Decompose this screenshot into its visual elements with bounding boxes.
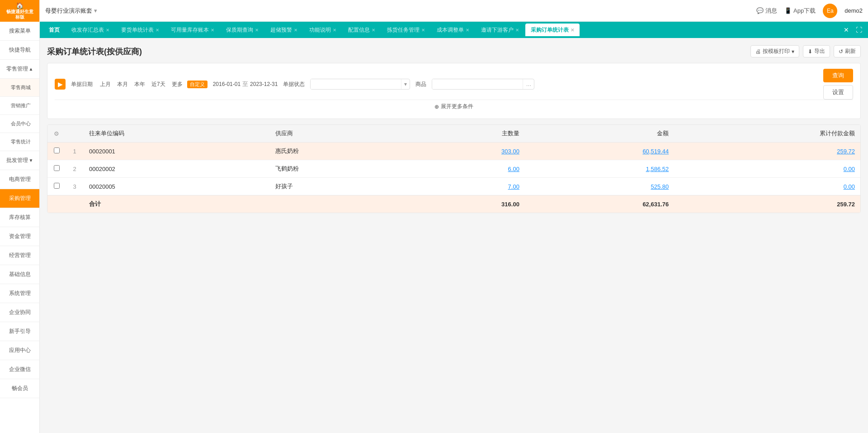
user-avatar[interactable]: Ea (823, 4, 837, 18)
page-header: 采购订单统计表(按供应商) 🖨 按模板打印 ▾ ⬇ 导出 ↺ 刷新 (47, 45, 861, 57)
nav-tab-function-desc[interactable]: 功能说明 ✕ (304, 24, 342, 36)
close-picking-task-icon[interactable]: ✕ (421, 28, 425, 33)
row-checkbox[interactable] (47, 160, 66, 178)
date-this-month-btn[interactable]: 本月 (115, 80, 130, 89)
refresh-btn[interactable]: ↺ 刷新 (834, 45, 861, 57)
goods-input[interactable] (432, 79, 523, 89)
close-purchase-order-stats-icon[interactable]: ✕ (571, 28, 574, 33)
date-custom-badge[interactable]: 自定义 (187, 81, 208, 88)
sidebar-item-vip[interactable]: 畅会员 (0, 379, 39, 398)
nav-tab-home[interactable]: 首页 (43, 24, 65, 36)
row-select-checkbox[interactable] (54, 183, 60, 189)
col-main-qty: 主数量 (408, 125, 524, 143)
nav-expand-icon[interactable]: ⛶ (854, 24, 864, 35)
sidebar-item-apps[interactable]: 应用中心 (0, 341, 39, 360)
sidebar-item-wholesale[interactable]: 批发管理 ▼ (0, 151, 39, 170)
message-btn[interactable]: 💬 消息 (756, 7, 777, 15)
row-paid-amount[interactable]: 259.72 (674, 143, 860, 160)
export-btn[interactable]: ⬇ 导出 (803, 45, 830, 57)
logo-text: 🏠 畅捷通好生意 标版 (6, 2, 33, 20)
nav-tabs: 首页 收发存汇总表 ✕ 要货单统计表 ✕ 可用量库存账本 ✕ 保质期查询 ✕ 超… (40, 22, 868, 38)
sidebar-item-members[interactable]: 会员中心 (0, 115, 39, 133)
sidebar-item-operations[interactable]: 经营管理 (0, 246, 39, 265)
sidebar-item-retail-shop[interactable]: 零售商城 (0, 79, 39, 97)
status-dropdown-icon[interactable]: ▾ (401, 79, 410, 89)
nav-tab-config-info[interactable]: 配置信息 ✕ (343, 24, 381, 36)
sidebar-item-ecommerce[interactable]: 电商管理 (0, 170, 39, 189)
row-main-qty[interactable]: 6.00 (408, 160, 524, 178)
close-config-info-icon[interactable]: ✕ (372, 28, 375, 33)
row-select-checkbox[interactable] (54, 165, 60, 171)
sidebar-item-wechat[interactable]: 企业微信 (0, 360, 39, 379)
sidebar-item-enterprise[interactable]: 企业协同 (0, 303, 39, 322)
row-paid-amount[interactable]: 0.00 (674, 160, 860, 178)
close-purchase-stats-icon[interactable]: ✕ (156, 28, 159, 33)
status-input[interactable] (311, 79, 401, 89)
close-available-inventory-icon[interactable]: ✕ (211, 28, 214, 33)
filter-panel: ▶ 单据日期 上月 本月 本年 近7天 更多 自定义 2016-01-01 至 … (47, 63, 861, 119)
date-this-year-btn[interactable]: 本年 (132, 80, 147, 89)
sidebar-item-newbie[interactable]: 新手引导 (0, 322, 39, 341)
close-overstock-warning-icon[interactable]: ✕ (294, 28, 297, 33)
nav-tab-purchase-stats[interactable]: 要货单统计表 ✕ (116, 24, 165, 36)
row-paid-amount[interactable]: 0.00 (674, 178, 860, 195)
nav-tab-overstock-warning[interactable]: 超储预警 ✕ (265, 24, 303, 36)
nav-tab-collection-payment[interactable]: 收发存汇总表 ✕ (66, 24, 115, 36)
settings-btn[interactable]: 设置 (823, 85, 853, 100)
close-expiry-query-icon[interactable]: ✕ (255, 28, 259, 33)
print-btn[interactable]: 🖨 按模板打印 ▾ (750, 45, 799, 57)
page-title: 采购订单统计表(按供应商) (47, 46, 142, 57)
nav-tab-picking-task[interactable]: 拣货任务管理 ✕ (382, 24, 430, 36)
date-last-month-btn[interactable]: 上月 (98, 80, 113, 89)
filter-toggle-btn[interactable]: ▶ (55, 79, 66, 90)
close-invite-customer-icon[interactable]: ✕ (515, 28, 519, 33)
date-start-text: 2016-01-01 (213, 81, 241, 87)
close-cost-adjust-icon[interactable]: ✕ (466, 28, 469, 33)
col-settings-icon[interactable]: ⚙ (54, 130, 59, 137)
row-checkbox[interactable] (47, 178, 66, 195)
sidebar-item-basic[interactable]: 基础信息 (0, 265, 39, 284)
nav-close-icon[interactable]: ✕ (841, 24, 852, 35)
close-function-desc-icon[interactable]: ✕ (333, 28, 336, 33)
row-checkbox[interactable] (47, 143, 66, 160)
avatar-initials: Ea (827, 8, 834, 14)
sidebar-item-retail[interactable]: 零售管理 ▲ (0, 60, 39, 79)
row-amount[interactable]: 525.80 (525, 178, 674, 195)
col-amount: 金额 (525, 125, 674, 143)
row-supplier-name: 好孩子 (270, 178, 409, 195)
row-num: 1 (66, 143, 84, 160)
workspace-selector[interactable]: 母婴行业演示账套 ▾ (45, 7, 118, 15)
sidebar-item-shortcut[interactable]: 快捷导航 (0, 41, 39, 60)
sidebar-item-inventory[interactable]: 库存核算 (0, 208, 39, 227)
row-main-qty[interactable]: 303.00 (408, 143, 524, 160)
sidebar-item-marketing[interactable]: 营销推广 (0, 97, 39, 115)
sidebar-item-search[interactable]: 搜索菜单 (0, 22, 39, 41)
nav-tab-expiry-query[interactable]: 保质期查询 ✕ (221, 24, 264, 36)
nav-tab-available-inventory[interactable]: 可用量库存账本 ✕ (165, 24, 220, 36)
row-amount[interactable]: 60,519.44 (525, 143, 674, 160)
close-collection-payment-icon[interactable]: ✕ (106, 28, 109, 33)
row-main-qty[interactable]: 7.00 (408, 178, 524, 195)
row-select-checkbox[interactable] (54, 148, 60, 153)
expand-icon: ⊕ (434, 104, 439, 110)
app-download-btn[interactable]: 📱 App下载 (784, 7, 816, 15)
col-supplier-code: 往来单位编码 (84, 125, 270, 143)
date-label: 单据日期 (71, 81, 93, 88)
search-btn[interactable]: 查询 (823, 69, 853, 82)
sidebar-item-purchase[interactable]: 采购管理 (0, 189, 39, 208)
date-7days-btn[interactable]: 近7天 (150, 80, 167, 89)
sidebar-item-finance[interactable]: 资金管理 (0, 227, 39, 246)
nav-tab-invite-customer[interactable]: 邀请下游客户 ✕ (476, 24, 524, 36)
sidebar-item-retail-stats[interactable]: 零售统计 (0, 133, 39, 151)
row-num: 2 (66, 160, 84, 178)
date-more-btn[interactable]: 更多 (170, 80, 184, 89)
message-icon: 💬 (756, 7, 764, 14)
expand-more-btn[interactable]: ⊕ 展开更多条件 (55, 100, 853, 113)
nav-tab-purchase-order-stats[interactable]: 采购订单统计表 ✕ (525, 24, 580, 36)
sidebar-item-system[interactable]: 系统管理 (0, 284, 39, 303)
row-amount[interactable]: 1,586.52 (525, 160, 674, 178)
workspace-dropdown-icon: ▾ (94, 7, 97, 14)
nav-tab-cost-adjust[interactable]: 成本调整单 ✕ (431, 24, 475, 36)
footer-rownum (66, 195, 84, 213)
goods-more-icon[interactable]: … (523, 79, 534, 89)
